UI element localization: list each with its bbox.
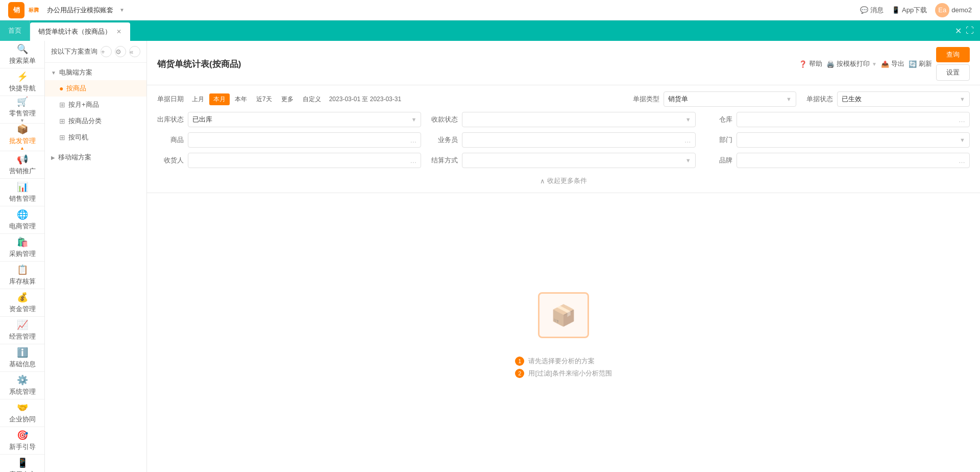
- sidebar-item-retail-label: 零售管理: [9, 109, 36, 118]
- scheme-item-by-machine[interactable]: ⊞ 按司机: [45, 129, 146, 146]
- doc-status-control[interactable]: 已生效 ▼: [837, 91, 970, 107]
- date-tab-7days[interactable]: 近7天: [252, 93, 276, 105]
- main-layout: 🔍 搜索菜单 ⚡ 快捷导航 🛒 零售管理 ▼ 📦 批发管理 ▲ 📢 营销推广 📊…: [0, 41, 980, 472]
- context-dropdown-icon[interactable]: ▼: [119, 7, 125, 13]
- dept-control[interactable]: ▼: [737, 132, 970, 148]
- filter-row-3: 商品 … 业务员 … 部门: [157, 132, 970, 148]
- message-btn[interactable]: 💬 消息: [860, 6, 884, 15]
- template-print-label: 按模板打印: [837, 59, 870, 68]
- app-subtitle: 标腾: [29, 7, 39, 13]
- tab-close-icon[interactable]: ✕: [116, 28, 121, 35]
- query-btn[interactable]: 查询: [936, 47, 970, 62]
- template-print-btn[interactable]: 🖨️ 按模板打印 ▼: [826, 59, 877, 68]
- tab-minimize-icon[interactable]: ✕: [955, 26, 962, 36]
- tab-maximize-icon[interactable]: ⛶: [966, 26, 974, 35]
- brand-label: 品牌: [706, 156, 732, 165]
- sidebar-item-system[interactable]: ⚙️ 系统管理: [0, 372, 44, 399]
- sidebar-item-ecom[interactable]: 🌐 电商管理: [0, 206, 44, 234]
- scheme-group-pc-header[interactable]: ▼ 电脑端方案: [45, 65, 146, 80]
- scheme-group-pc-label: 电脑端方案: [59, 68, 92, 77]
- sidebar-item-cooperation[interactable]: 🤝 企业协同: [0, 399, 44, 427]
- sidebar-item-guide[interactable]: 🎯 新手引导: [0, 427, 44, 455]
- add-scheme-btn[interactable]: +: [101, 46, 112, 57]
- date-tab-last-month[interactable]: 上月: [188, 93, 208, 105]
- sidebar-item-retail[interactable]: 🛒 零售管理 ▼: [0, 96, 44, 124]
- refresh-btn[interactable]: 🔄 刷新: [909, 59, 932, 68]
- filter-row-1: 单据日期 上月 本月 本年 近7天 更多 自定义 2023-03-01 至 20…: [157, 91, 970, 107]
- pc-group-arrow-icon: ▼: [51, 70, 56, 76]
- sales-icon: 📊: [17, 181, 28, 193]
- sidebar-item-marketing-label: 营销推广: [9, 167, 36, 176]
- page-title: 销货单统计表(按商品): [157, 58, 241, 70]
- scheme-group-mobile-header[interactable]: ▶ 移动端方案: [45, 150, 146, 165]
- scheme-item-by-month-product[interactable]: ⊞ 按月+商品: [45, 97, 146, 113]
- product-control[interactable]: …: [188, 132, 421, 148]
- sidebar-item-purchase[interactable]: 🛍️ 采购管理: [0, 234, 44, 262]
- sidebar-item-quick-nav[interactable]: ⚡ 快捷导航: [0, 68, 44, 96]
- sidebar-item-app-center[interactable]: 📱 应用中心: [0, 455, 44, 472]
- out-status-control[interactable]: 已出库 ▼: [188, 112, 421, 127]
- collapse-panel-icon: «: [130, 48, 140, 56]
- filter-row-2: 出库状态 已出库 ▼ 收款状态 ▼ 仓库: [157, 112, 970, 127]
- consignee-dots-icon[interactable]: …: [410, 157, 416, 164]
- sidebar-item-basic-label: 基础信息: [9, 360, 36, 369]
- settings-scheme-icon: ⚙: [115, 48, 126, 56]
- print-dropdown-icon: ▼: [872, 61, 877, 67]
- refresh-icon: 🔄: [909, 60, 917, 68]
- sidebar-item-marketing[interactable]: 📢 营销推广: [0, 151, 44, 179]
- cooperation-icon: 🤝: [17, 402, 28, 413]
- date-tab-this-year[interactable]: 本年: [231, 93, 251, 105]
- payment-status-control[interactable]: ▼: [462, 112, 695, 127]
- brand-control[interactable]: …: [737, 153, 970, 168]
- filter-item-date: 单据日期 上月 本月 本年 近7天 更多 自定义 2023-03-01 至 20…: [157, 93, 623, 105]
- collapse-panel-btn[interactable]: «: [129, 46, 140, 57]
- export-btn[interactable]: 📤 导出: [881, 59, 904, 68]
- product-label: 商品: [157, 135, 184, 145]
- app-logo: 销: [8, 2, 24, 18]
- sidebar-item-wholesale[interactable]: 📦 批发管理 ▲: [0, 124, 44, 151]
- warehouse-dots-icon[interactable]: …: [959, 116, 965, 124]
- sidebar-item-finance[interactable]: 💰 资金管理: [0, 289, 44, 317]
- export-label: 导出: [891, 59, 904, 68]
- settlement-control[interactable]: ▼: [462, 153, 695, 168]
- sidebar-item-purchase-label: 采购管理: [9, 249, 36, 258]
- collapse-filter-btn[interactable]: ∧ 收起更多条件: [157, 173, 970, 186]
- sidebar-item-guide-label: 新手引导: [9, 442, 36, 452]
- sidebar-item-basic[interactable]: ℹ️ 基础信息: [0, 344, 44, 372]
- sidebar-item-sales[interactable]: 📊 销售管理: [0, 179, 44, 206]
- out-status-value: 已出库: [192, 115, 409, 124]
- sidebar-item-inventory[interactable]: 📋 库存核算: [0, 262, 44, 289]
- empty-tips: 1 请先选择要分析的方案 2 用[过滤]条件来缩小分析范围: [515, 357, 611, 378]
- help-btn[interactable]: ❓ 帮助: [799, 59, 822, 68]
- doc-type-arrow-icon: ▼: [786, 96, 792, 102]
- help-label: 帮助: [809, 59, 822, 68]
- filter-row-4: 收货人 … 结算方式 ▼ 品牌: [157, 153, 970, 168]
- salesperson-control[interactable]: …: [462, 132, 695, 148]
- sidebar-item-operation[interactable]: 📈 经营管理: [0, 317, 44, 344]
- sidebar-item-search-menu[interactable]: 🔍 搜索菜单: [0, 41, 44, 68]
- search-menu-icon: 🔍: [17, 43, 28, 55]
- date-range-text: 2023-03-01 至 2023-03-31: [329, 95, 401, 104]
- brand-dots-icon[interactable]: …: [959, 157, 965, 164]
- warehouse-control[interactable]: …: [737, 112, 970, 127]
- quick-nav-icon: ⚡: [17, 71, 28, 82]
- product-dots-icon[interactable]: …: [410, 136, 416, 144]
- salesperson-dots-icon[interactable]: …: [684, 136, 691, 144]
- app-download-label: App下载: [902, 6, 927, 15]
- app-download-btn[interactable]: 📱 App下载: [892, 6, 927, 15]
- user-menu[interactable]: Ea demo2: [935, 3, 972, 17]
- scheme-item-by-product[interactable]: ● 按商品: [45, 80, 146, 97]
- date-tab-custom[interactable]: 自定义: [299, 93, 325, 105]
- scheme-item-by-category[interactable]: ⊞ 按商品分类: [45, 113, 146, 129]
- finance-icon: 💰: [17, 292, 28, 303]
- settings-btn[interactable]: 设置: [936, 64, 970, 81]
- dept-arrow-icon: ▼: [960, 137, 965, 143]
- settings-scheme-btn[interactable]: ⚙: [115, 46, 126, 57]
- tab-sales-stats[interactable]: 销货单统计表（按商品） ✕: [30, 22, 130, 41]
- empty-tip-2: 2 用[过滤]条件来缩小分析范围: [515, 369, 611, 378]
- date-tab-more[interactable]: 更多: [277, 93, 298, 105]
- consignee-control[interactable]: …: [188, 153, 421, 168]
- doc-type-control[interactable]: 销货单 ▼: [664, 91, 796, 107]
- date-tab-this-month[interactable]: 本月: [209, 93, 230, 105]
- tab-home[interactable]: 首页: [0, 20, 30, 41]
